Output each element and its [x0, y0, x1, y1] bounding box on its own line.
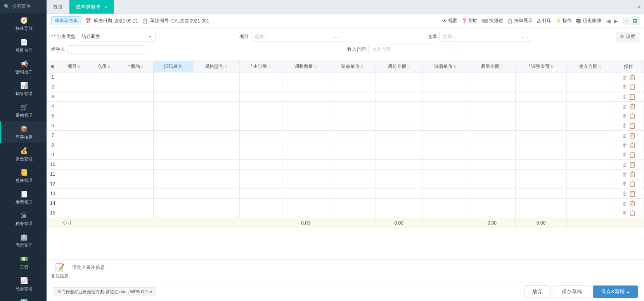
income-contract-more-icon[interactable]: ··· — [451, 47, 458, 53]
row-delete-icon[interactable]: 🗑 — [622, 74, 627, 80]
toolbar-print-btn[interactable]: 🖨 打印 — [537, 17, 552, 24]
row-delete-icon[interactable]: 🗑 — [622, 113, 627, 119]
sidebar-item-payroll[interactable]: 💵 工资 — [0, 251, 47, 273]
row-delete-icon[interactable]: 🗑 — [622, 190, 627, 197]
handler-input[interactable]: ... — [68, 45, 145, 54]
nav-next[interactable]: ▶ — [613, 17, 619, 24]
list-view-icon[interactable]: ≡ — [623, 17, 630, 25]
row-delete-icon[interactable]: 🗑 — [622, 171, 627, 177]
th-adjust-qty: 调整数量⇅ — [282, 61, 329, 73]
sidebar-item-basic-info[interactable]: ℹ️ 基础信息 — [0, 295, 47, 301]
business-type-input[interactable]: 结存调整 ▼ — [78, 32, 156, 42]
notes-input[interactable] — [72, 263, 639, 272]
tab-bar: 首页 成本调整单 × × — [47, 0, 644, 14]
row-delete-icon[interactable]: 🗑 — [622, 142, 627, 148]
row-copy-icon[interactable]: 📋 — [629, 113, 635, 119]
tab-close-icon[interactable]: × — [105, 5, 107, 9]
taskbar-item[interactable]: 木门行业好业财处理方案-慕红红.doc - WPS Office — [53, 287, 156, 296]
row-copy-icon[interactable]: 📋 — [629, 152, 635, 158]
save-button[interactable]: 保存&新增 ▲ — [593, 285, 638, 298]
invoice-management-icon: 🧾 — [20, 190, 28, 198]
row-delete-icon[interactable]: 🗑 — [622, 84, 627, 90]
row-copy-icon[interactable]: 📋 — [629, 161, 635, 168]
row-delete-icon[interactable]: 🗑 — [622, 161, 627, 168]
table-row: 12 🗑 📋 — [47, 179, 644, 189]
row-copy-icon[interactable]: 📋 — [629, 93, 635, 100]
settings-button[interactable]: ⚙ 设置 — [616, 32, 639, 42]
row-delete-icon[interactable]: 🗑 — [622, 123, 627, 129]
th-scan[interactable]: 扫码录入 — [153, 61, 193, 73]
window-close-button[interactable]: × — [637, 3, 644, 10]
sidebar: 🔍 搜索菜单 🧭 快速导航📄 项目合同📢 营销推广📊 销售管理🛒 采购管理📦 库… — [0, 0, 47, 301]
row-copy-icon[interactable]: 📋 — [629, 103, 635, 109]
project-input[interactable]: 选择... ··· — [251, 32, 344, 42]
sidebar-item-invoice-management[interactable]: 🧾 发票管理 — [0, 187, 47, 208]
row-copy-icon[interactable]: 📋 — [629, 200, 635, 206]
sidebar-item-ledger-management[interactable]: 📒 总账管理 — [0, 165, 47, 187]
row-copy-icon[interactable]: 📋 — [629, 123, 635, 129]
row-copy-icon[interactable]: 📋 — [629, 181, 635, 187]
discard-button[interactable]: 放弃 — [524, 285, 551, 298]
sidebar-item-inventory[interactable]: 📦 库存核算 — [0, 121, 47, 143]
row-number: 10 — [47, 160, 59, 170]
number-value: CA-20220921-001 — [171, 18, 209, 24]
toolbar-handle-btn[interactable]: 📋 按单展示 — [507, 17, 533, 24]
sidebar-item-operations[interactable]: 📈 经营管理 — [0, 273, 47, 295]
sidebar-search[interactable]: 🔍 搜索菜单 — [0, 0, 47, 13]
toolbar-operation-btn[interactable]: ⚡ 操作 — [556, 17, 572, 24]
row-delete-icon[interactable]: 🗑 — [622, 132, 627, 138]
fund-management-icon: 💰 — [20, 147, 28, 154]
toolbar-view-btn[interactable]: 👁 视图 — [442, 17, 457, 24]
sidebar-item-sales-management[interactable]: 📊 销售管理 — [0, 78, 47, 100]
warehouse-input[interactable]: 选择... ··· — [439, 32, 532, 42]
toolbar-help-btn[interactable]: ❓ 帮助 — [461, 17, 478, 24]
row-number: 9 — [47, 150, 59, 160]
draft-button[interactable]: 保存草稿 — [554, 285, 590, 298]
row-copy-icon[interactable]: 📋 — [629, 190, 635, 197]
summary-label: 小计 — [59, 218, 282, 228]
row-delete-icon[interactable]: 🗑 — [622, 103, 627, 109]
field-row-2: 经手人 ... 收入合同 收入合同 ··· — [51, 45, 639, 54]
sidebar-item-tax-management[interactable]: 🏛 税务管理 — [0, 208, 47, 230]
th-settings[interactable]: ⚙ — [47, 61, 59, 73]
row-delete-icon[interactable]: 🗑 — [622, 200, 627, 206]
row-copy-icon[interactable]: 📋 — [629, 142, 635, 148]
row-copy-icon[interactable]: 📋 — [629, 171, 635, 177]
income-contract-input[interactable]: 收入合同 ··· — [368, 45, 461, 54]
toolbar-shortcut-btn[interactable]: ⌨ 快捷键 — [481, 17, 503, 24]
sidebar-item-fixed-assets[interactable]: 🏢 固定资产 — [0, 230, 47, 251]
tab-cost-adjustment[interactable]: 成本调整单 × — [69, 0, 114, 14]
row-delete-icon[interactable]: 🗑 — [622, 210, 627, 216]
toolbar-history-btn[interactable]: 📚 历史账簿 — [576, 17, 601, 24]
th-before-amount: 调前金额⇅ — [376, 61, 422, 73]
form-fields: * 业务类型 结存调整 ▼ 项目 选择... ··· 仓库 — [47, 28, 644, 61]
tab-home[interactable]: 首页 — [47, 0, 69, 14]
row-delete-icon[interactable]: 🗑 — [622, 152, 627, 158]
row-delete-icon[interactable]: 🗑 — [622, 93, 627, 100]
project-more-icon[interactable]: ··· — [334, 34, 341, 40]
notes-icon-area[interactable]: 📝 备注信息 — [51, 263, 68, 279]
sidebar-item-purchase-management[interactable]: 🛒 采购管理 — [0, 100, 47, 121]
th-after-amount: 调后金额⇅ — [469, 61, 515, 73]
notes-label: 备注信息 — [51, 273, 68, 279]
button-group: 放弃 保存草稿 保存&新增 ▲ — [524, 285, 638, 298]
grid-view-icon[interactable]: ⊞ — [631, 17, 639, 25]
sidebar-item-quick-nav[interactable]: 🧭 快速导航 — [0, 13, 47, 35]
table-row: 4 🗑 📋 — [47, 102, 644, 111]
row-copy-icon[interactable]: 📋 — [629, 132, 635, 138]
sidebar-item-sales-promotion[interactable]: 📢 营销推广 — [0, 56, 47, 78]
row-delete-icon[interactable]: 🗑 — [622, 181, 627, 187]
sidebar-item-fund-management[interactable]: 💰 资金管理 — [0, 143, 47, 165]
row-copy-icon[interactable]: 📋 — [629, 210, 635, 216]
form-container: 成本调整单 📅 单据日期 2022-09-21 📋 单据编号 CA-202209… — [47, 14, 644, 282]
row-copy-icon[interactable]: 📋 — [629, 74, 635, 80]
form-meta-date: 📅 单据日期 2022-09-21 — [85, 17, 138, 24]
nav-prev[interactable]: ◀ — [605, 17, 612, 24]
row-copy-icon[interactable]: 📋 — [629, 84, 635, 90]
table-area[interactable]: ⚙ 项目⇅ 仓库⇅ 商品⇅ 扫码录入 规格型号⇅ 主计量⇅ 调整数量⇅ 调前单价… — [47, 61, 644, 259]
sales-promotion-icon: 📢 — [20, 60, 28, 67]
warehouse-more-icon[interactable]: ··· — [522, 34, 529, 40]
sidebar-item-project-contract[interactable]: 📄 项目合同 — [0, 35, 47, 56]
income-contract-group: 收入合同 收入合同 ··· — [347, 45, 639, 54]
table-row: 5 🗑 📋 — [47, 111, 644, 121]
